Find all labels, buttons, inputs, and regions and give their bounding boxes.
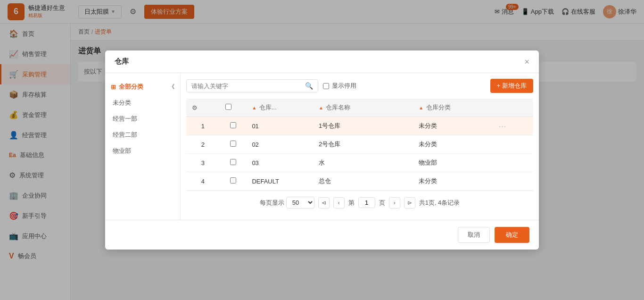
row-category-4: 未分类	[413, 172, 493, 191]
warehouse-modal: 仓库 × ⊞ 全部分类 《 未分类 经营一部	[105, 50, 539, 250]
category-item-property[interactable]: 物业部	[105, 143, 180, 159]
search-input[interactable]	[191, 83, 302, 90]
category-panel: ⊞ 全部分类 《 未分类 经营一部 经营二部 物业部	[105, 73, 181, 220]
warehouse-table: ⚙ ▲ 仓库... ▲ 仓库名称	[186, 99, 533, 191]
sort-icon: ▲	[319, 105, 323, 110]
row-action-4	[493, 172, 533, 191]
show-disabled-input[interactable]	[323, 83, 329, 89]
table-header-action	[493, 99, 533, 117]
row-checkbox-2[interactable]	[220, 135, 247, 154]
row-menu-icon[interactable]: ···	[499, 123, 507, 130]
table-row[interactable]: 2 02 2号仓库 未分类	[186, 135, 533, 154]
confirm-button[interactable]: 确定	[495, 227, 529, 243]
search-box: 🔍	[186, 79, 318, 92]
category-item-operation1[interactable]: 经营一部	[105, 111, 180, 127]
table-header-checkbox[interactable]	[220, 99, 247, 117]
add-warehouse-button[interactable]: + 新增仓库	[490, 79, 533, 93]
select-all-checkbox[interactable]	[225, 104, 231, 110]
row-name-3: 水	[313, 154, 413, 172]
sort-icon: ▲	[419, 105, 423, 110]
category-item-operation2[interactable]: 经营二部	[105, 127, 180, 143]
last-page-button[interactable]: ⊳	[404, 197, 415, 208]
table-panel: 🔍 显示停用 + 新增仓库 ⚙	[181, 73, 539, 220]
first-page-button[interactable]: ⊲	[318, 197, 330, 208]
row-num-1: 1	[186, 117, 220, 135]
row-category-3: 物业部	[413, 154, 493, 172]
table-header-code[interactable]: ▲ 仓库...	[246, 99, 313, 117]
row-code-4: DEFAULT	[246, 172, 313, 191]
category-collapse-icon[interactable]: 《	[169, 83, 174, 91]
row-category-1: 未分类	[413, 117, 493, 135]
row-name-2: 2号仓库	[313, 135, 413, 154]
cancel-button[interactable]: 取消	[458, 227, 490, 243]
table-row[interactable]: 3 03 水 物业部	[186, 154, 533, 172]
row-action-3	[493, 154, 533, 172]
pagination-bar: 每页显示 50 10 20 100 ⊲ ‹ 第 页 › ⊳	[186, 191, 533, 214]
table-header-category[interactable]: ▲ 仓库分类	[413, 99, 493, 117]
row-action-1[interactable]: ···	[493, 117, 533, 135]
modal-overlay[interactable]: 仓库 × ⊞ 全部分类 《 未分类 经营一部	[0, 0, 644, 300]
row-num-4: 4	[186, 172, 220, 191]
table-row[interactable]: 1 01 1号仓库 未分类 ···	[186, 117, 533, 135]
page-size-selector: 每页显示 50 10 20 100	[260, 197, 314, 208]
modal-title: 仓库	[115, 57, 129, 66]
row-name-1: 1号仓库	[313, 117, 413, 135]
category-all-header[interactable]: ⊞ 全部分类 《	[105, 79, 180, 95]
row-num-3: 3	[186, 154, 220, 172]
prev-page-button[interactable]: ‹	[333, 197, 345, 208]
row-action-2	[493, 135, 533, 154]
next-page-button[interactable]: ›	[389, 197, 400, 208]
settings-icon: ⚙	[192, 104, 198, 111]
modal-body: ⊞ 全部分类 《 未分类 经营一部 经营二部 物业部	[105, 73, 539, 220]
row-category-2: 未分类	[413, 135, 493, 154]
total-info: 共1页, 4条记录	[419, 199, 460, 207]
modal-footer: 取消 确定	[105, 220, 539, 250]
page-number-input[interactable]	[358, 197, 375, 208]
row-checkbox-4[interactable]	[220, 172, 247, 191]
table-row[interactable]: 4 DEFAULT 总仓 未分类	[186, 172, 533, 191]
row-checkbox-input[interactable]	[230, 177, 236, 183]
row-checkbox-input[interactable]	[230, 122, 236, 128]
table-toolbar: 🔍 显示停用 + 新增仓库	[186, 79, 533, 93]
row-code-3: 03	[246, 154, 313, 172]
category-item-uncategorized[interactable]: 未分类	[105, 95, 180, 111]
row-checkbox-input[interactable]	[230, 141, 236, 147]
row-checkbox-3[interactable]	[220, 154, 247, 172]
row-num-2: 2	[186, 135, 220, 154]
row-checkbox-input[interactable]	[230, 159, 236, 165]
page-size-select[interactable]: 50 10 20 100	[286, 197, 314, 208]
sort-icon: ▲	[252, 105, 256, 110]
row-code-1: 01	[246, 117, 313, 135]
grid-icon: ⊞	[111, 83, 116, 91]
row-name-4: 总仓	[313, 172, 413, 191]
row-code-2: 02	[246, 135, 313, 154]
modal-header: 仓库 ×	[105, 50, 539, 73]
table-header-settings[interactable]: ⚙	[186, 99, 220, 117]
search-icon[interactable]: 🔍	[305, 82, 313, 90]
show-disabled-checkbox[interactable]: 显示停用	[323, 82, 356, 90]
row-checkbox-1[interactable]	[220, 117, 247, 135]
modal-close-button[interactable]: ×	[524, 58, 529, 66]
table-header-name[interactable]: ▲ 仓库名称	[313, 99, 413, 117]
